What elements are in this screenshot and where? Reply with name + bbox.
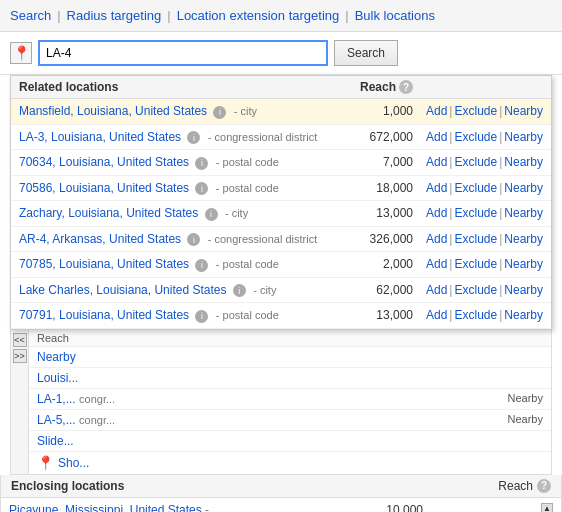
dropdown-header: Related locations Reach ? [11,76,551,99]
enclosing-section: Enclosing locations Reach ? Picayune, Mi… [0,475,562,513]
nearby-item-2[interactable]: Louisi... [29,368,551,389]
nearby-item-3[interactable]: LA-1,... congr... Nearby [29,389,551,410]
scroll-up-1[interactable]: ▲ [541,503,553,513]
location-icon: 📍 [37,455,54,471]
collapse-btn[interactable]: << [13,333,27,347]
exclude-link[interactable]: Exclude [454,308,497,322]
exclude-link[interactable]: Exclude [454,232,497,246]
dropdown-row[interactable]: 70586, Louisiana, United States i - post… [11,176,551,202]
exclude-link[interactable]: Exclude [454,181,497,195]
exclude-link[interactable]: Exclude [454,283,497,297]
dropdown-row[interactable]: Mansfield, Louisiana, United States i - … [11,99,551,125]
info-icon[interactable]: i [195,182,208,195]
nearby-link[interactable]: Nearby [504,104,543,118]
add-link[interactable]: Add [426,232,447,246]
add-link[interactable]: Add [426,308,447,322]
exclude-link[interactable]: Exclude [454,155,497,169]
pin-icon[interactable]: 📍 [10,42,32,64]
info-icon[interactable]: i [233,284,246,297]
dropdown-row[interactable]: Zachary, Louisiana, United States i - ci… [11,201,551,227]
nearby-item-5[interactable]: Slide... [29,431,551,452]
nearby-link[interactable]: Nearby [504,283,543,297]
nearby-link[interactable]: Nearby [504,308,543,322]
add-link[interactable]: Add [426,283,447,297]
col-location-header: Related locations [19,80,333,94]
enclosing-header: Enclosing locations Reach ? [1,475,561,498]
nearby-link[interactable]: Nearby [504,257,543,271]
info-line: Reach [29,330,551,347]
location-dropdown: Related locations Reach ? Mansfield, Lou… [10,75,552,330]
exclude-link[interactable]: Exclude [454,104,497,118]
info-icon[interactable]: i [187,233,200,246]
info-icon[interactable]: i [205,208,218,221]
info-icon[interactable]: i [187,131,200,144]
nav-location-ext[interactable]: Location extension targeting [177,8,340,23]
search-button[interactable]: Search [334,40,398,66]
expand-btn[interactable]: >> [13,349,27,363]
enclosing-row-1[interactable]: Picayune, Mississippi, United States - c… [1,498,561,513]
exclude-link[interactable]: Exclude [454,206,497,220]
add-link[interactable]: Add [426,104,447,118]
enclosing-reach-help[interactable]: ? [537,479,551,493]
search-input[interactable] [38,40,328,66]
top-nav: Search | Radius targeting | Location ext… [0,0,562,32]
nearby-panel: << >> Reach Nearby Louisi... LA-1,... co… [10,330,552,475]
dropdown-row[interactable]: Lake Charles, Louisiana, United States i… [11,278,551,304]
add-link[interactable]: Add [426,181,447,195]
info-icon[interactable]: i [195,259,208,272]
nav-radius[interactable]: Radius targeting [67,8,162,23]
add-link[interactable]: Add [426,257,447,271]
show-more-row[interactable]: 📍 Sho... [29,452,551,474]
nearby-link[interactable]: Nearby [504,155,543,169]
dropdown-row[interactable]: 70634, Louisiana, United States i - post… [11,150,551,176]
info-icon[interactable]: i [195,310,208,323]
nearby-item-4[interactable]: LA-5,... congr... Nearby [29,410,551,431]
dropdown-row[interactable]: AR-4, Arkansas, United States i - congre… [11,227,551,253]
nearby-link[interactable]: Nearby [504,206,543,220]
nearby-content: Reach Nearby Louisi... LA-1,... congr...… [29,330,551,474]
add-link[interactable]: Add [426,206,447,220]
info-icon[interactable]: i [213,106,226,119]
nearby-link[interactable]: Nearby [504,181,543,195]
add-link[interactable]: Add [426,155,447,169]
nearby-link[interactable]: Nearby [504,130,543,144]
nav-search[interactable]: Search [10,8,51,23]
nearby-item[interactable]: Nearby [29,347,551,368]
add-link[interactable]: Add [426,130,447,144]
dropdown-row[interactable]: 70791, Louisiana, United States i - post… [11,303,551,329]
dropdown-row[interactable]: 70785, Louisiana, United States i - post… [11,252,551,278]
search-row: 📍 Search [0,32,562,75]
side-nav: << >> [11,330,29,474]
col-reach-header: Reach ? [333,80,413,94]
reach-help-icon[interactable]: ? [399,80,413,94]
info-icon[interactable]: i [195,157,208,170]
exclude-link[interactable]: Exclude [454,257,497,271]
nearby-link[interactable]: Nearby [504,232,543,246]
exclude-link[interactable]: Exclude [454,130,497,144]
scrollbar-1: ▲ ▼ [541,503,553,513]
dropdown-row[interactable]: LA-3, Louisiana, United States i - congr… [11,125,551,151]
nav-bulk[interactable]: Bulk locations [355,8,435,23]
